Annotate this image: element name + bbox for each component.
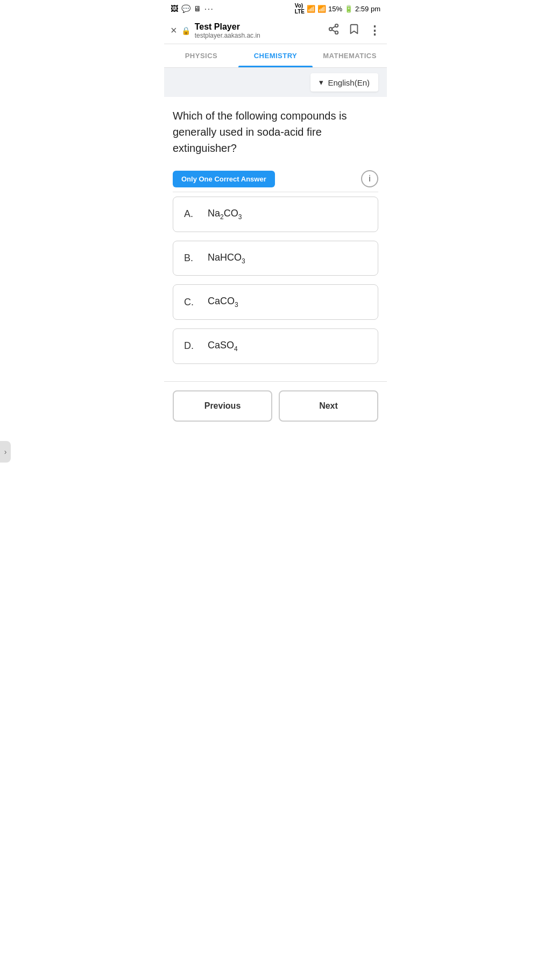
language-label: English(En) (328, 78, 370, 87)
site-url: testplayer.aakash.ac.in (195, 32, 260, 39)
tab-chemistry[interactable]: CHEMISTRY (238, 44, 313, 67)
battery-icon: 🔋 (344, 5, 353, 13)
language-bar: ▾ English(En) (164, 68, 387, 97)
status-right-info: Vo)LTE 📶 📶 15% 🔋 2:59 pm (295, 3, 380, 15)
site-title: Test Player (195, 22, 260, 32)
option-c[interactable]: C. CaCO3 (173, 284, 378, 320)
share-icon[interactable] (328, 23, 340, 38)
lock-icon: 🔒 (181, 26, 190, 35)
answer-type-badge: Only One Correct Answer (173, 171, 275, 187)
option-c-formula: CaCO3 (208, 296, 238, 309)
time-display: 2:59 pm (355, 5, 380, 13)
subject-tabs: PHYSICS CHEMISTRY MATHEMATICS (164, 44, 387, 68)
status-left-icons: 🖼 💬 🖥 ··· (171, 4, 214, 13)
next-button[interactable]: Next (279, 390, 378, 422)
option-b[interactable]: B. NaHCO3 (173, 241, 378, 276)
options-area: A. Na2CO3 B. NaHCO3 C. CaCO3 D. CaSO4 (164, 192, 387, 381)
previous-button[interactable]: Previous (173, 390, 272, 422)
option-c-label: C. (184, 297, 197, 308)
browser-bar-left: × 🔒 Test Player testplayer.aakash.ac.in (171, 22, 260, 39)
image-icon: 🖼 (171, 4, 178, 13)
option-a[interactable]: A. Na2CO3 (173, 197, 378, 232)
option-a-formula: Na2CO3 (208, 208, 242, 221)
more-icon: ··· (204, 4, 214, 13)
option-b-label: B. (184, 253, 197, 264)
option-a-label: A. (184, 208, 197, 220)
close-button[interactable]: × (171, 24, 177, 37)
lte-label: Vo)LTE (295, 3, 305, 15)
badge-row: Only One Correct Answer i (164, 162, 387, 192)
svg-line-3 (332, 30, 335, 32)
option-d-formula: CaSO4 (208, 340, 238, 353)
browser-bar: × 🔒 Test Player testplayer.aakash.ac.in … (164, 17, 387, 44)
tab-physics[interactable]: PHYSICS (164, 44, 238, 67)
wifi-icon: 📶 (307, 5, 315, 13)
language-selector[interactable]: ▾ English(En) (310, 73, 378, 92)
question-area: Which of the following compounds is gene… (164, 97, 387, 162)
display-icon: 🖥 (194, 4, 201, 13)
battery-percent: 15% (328, 5, 342, 13)
site-info: Test Player testplayer.aakash.ac.in (195, 22, 260, 39)
tab-mathematics[interactable]: MATHEMATICS (313, 44, 387, 67)
navigation-buttons: Previous Next (164, 381, 387, 430)
option-d-label: D. (184, 340, 197, 352)
signal-icon: 📶 (317, 5, 326, 13)
browser-bar-right[interactable]: ⋮ (328, 23, 380, 38)
info-icon[interactable]: i (361, 170, 378, 187)
question-text: Which of the following compounds is gene… (173, 108, 378, 156)
status-bar: 🖼 💬 🖥 ··· Vo)LTE 📶 📶 15% 🔋 2:59 pm (164, 0, 387, 17)
chevron-down-icon: ▾ (319, 78, 323, 87)
svg-line-4 (332, 26, 335, 29)
option-b-formula: NaHCO3 (208, 252, 245, 265)
bookmark-icon[interactable] (348, 23, 360, 38)
option-d[interactable]: D. CaSO4 (173, 328, 378, 364)
chat-icon: 💬 (181, 4, 190, 13)
menu-icon[interactable]: ⋮ (369, 24, 380, 38)
